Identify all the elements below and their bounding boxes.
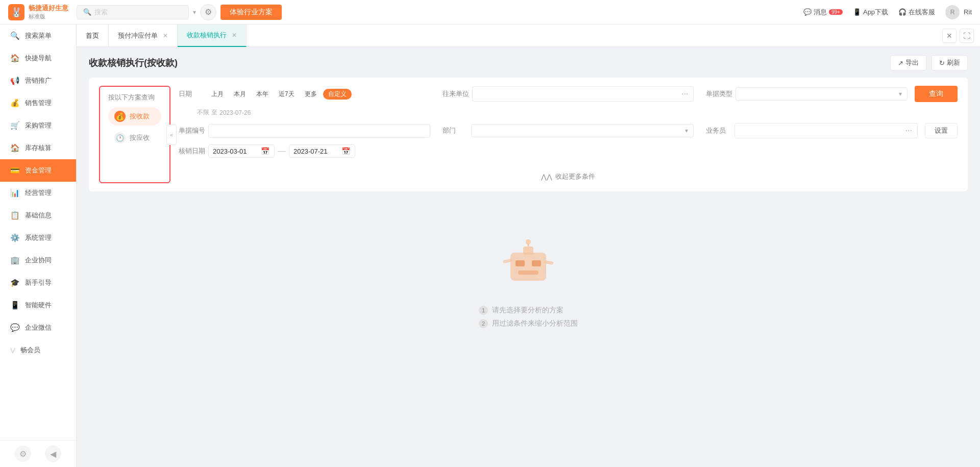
- export-btn[interactable]: ↗ 导出: [890, 55, 926, 70]
- verify-start-calendar-icon[interactable]: 📅: [261, 147, 270, 155]
- app-logo: 🐰 畅捷通好生意 标准版: [8, 4, 68, 20]
- sidebar-item-inventory[interactable]: 🏠 库存核算: [0, 137, 76, 159]
- sidebar-settings-btn[interactable]: ⚙: [15, 446, 31, 462]
- date-this-month[interactable]: 本月: [230, 89, 250, 100]
- sidebar-item-enterprise[interactable]: 🏢 企业协同: [0, 249, 76, 272]
- filter-panel-label: 按以下方案查询: [108, 93, 161, 102]
- svg-rect-0: [510, 253, 546, 281]
- dept-select[interactable]: ▾: [471, 124, 694, 137]
- sidebar-collapse-btn[interactable]: ◀: [45, 446, 61, 462]
- query-btn[interactable]: 查询: [915, 86, 958, 102]
- tab-prepay[interactable]: 预付冲应付单 ✕: [109, 24, 178, 47]
- main-layout: 🔍 搜索菜单 🏠 快捷导航 📢 营销推广 💰 销售管理 🛒 采购管理 🏠 库存核…: [0, 24, 980, 467]
- filter-row-2: 单据编号 部门 ▾: [179, 123, 958, 138]
- sidebar-label-basic-info: 基础信息: [25, 211, 52, 220]
- date-custom[interactable]: 自定义: [323, 89, 352, 100]
- search-menu-icon: 🔍: [10, 31, 20, 40]
- date-sub-row: 不限 至 2023-07-26: [197, 108, 958, 117]
- date-dash: —: [278, 146, 286, 156]
- tab-bar-actions: ✕ ⛶: [942, 29, 980, 43]
- staff-dots-icon[interactable]: ···: [905, 126, 912, 135]
- sidebar-label-wechat: 企业微信: [25, 323, 52, 332]
- sidebar-item-system[interactable]: ⚙️ 系统管理: [0, 227, 76, 249]
- verify-end-date-value[interactable]: [293, 148, 339, 155]
- counterparty-input[interactable]: ···: [472, 86, 694, 102]
- online-service-label: 在线客服: [909, 8, 935, 17]
- sidebar-item-purchase[interactable]: 🛒 采购管理: [0, 114, 76, 137]
- sidebar-item-finance[interactable]: 💳 资金管理: [0, 159, 76, 182]
- system-icon: ⚙️: [10, 233, 20, 242]
- message-label: 消息: [814, 8, 827, 17]
- tab-receive[interactable]: 收款核销执行 ✕: [178, 24, 247, 47]
- online-service-btn[interactable]: 🎧 在线客服: [898, 8, 935, 17]
- staff-input[interactable]: ···: [734, 123, 918, 138]
- sidebar-label-finance: 资金管理: [25, 166, 52, 175]
- sidebar-item-marketing[interactable]: 📢 营销推广: [0, 69, 76, 92]
- sidebar-label-quick-nav: 快捷导航: [25, 54, 52, 63]
- doctype-select[interactable]: ▾: [736, 87, 908, 101]
- date-last-7-days[interactable]: 近7天: [275, 89, 299, 100]
- sidebar-item-wechat[interactable]: 💬 企业微信: [0, 316, 76, 339]
- empty-tip-2: 2 用过滤条件来缩小分析范围: [479, 319, 578, 328]
- receipt-option-icon: 💰: [114, 111, 126, 122]
- content-area: 首页 预付冲应付单 ✕ 收款核销执行 ✕ ✕ ⛶ 收款核销执行(按收款): [77, 24, 980, 467]
- sidebar-item-vip[interactable]: V 畅会员: [0, 339, 76, 361]
- sidebar-item-quick-nav[interactable]: 🏠 快捷导航: [0, 47, 76, 69]
- verify-end-date-input[interactable]: 📅: [289, 144, 355, 158]
- export-icon: ↗: [898, 59, 903, 67]
- dept-label: 部门: [443, 126, 468, 135]
- refresh-btn[interactable]: ↻ 刷新: [932, 55, 968, 70]
- date-this-year[interactable]: 本年: [252, 89, 273, 100]
- tab-receive-close[interactable]: ✕: [232, 32, 237, 39]
- app-name: 畅捷通好生意: [29, 4, 68, 13]
- voucher-no-input[interactable]: [208, 124, 430, 138]
- verify-start-date-value[interactable]: [213, 148, 259, 155]
- date-more[interactable]: 更多: [301, 89, 321, 100]
- app-download-btn[interactable]: 📱 App下载: [853, 8, 888, 17]
- chevron-down-icon[interactable]: ▾: [193, 9, 196, 16]
- enterprise-icon: 🏢: [10, 256, 20, 265]
- filter-collapse-btn[interactable]: «: [166, 125, 177, 145]
- doctype-field: 单据类型 ▾ 查询: [706, 86, 958, 102]
- verify-end-calendar-icon[interactable]: 📅: [341, 147, 350, 155]
- top-bar-right: 💬 消息 99+ 📱 App下载 🎧 在线客服 R Rit: [803, 5, 972, 19]
- wechat-icon: 💬: [10, 323, 20, 332]
- tab-prepay-close[interactable]: ✕: [163, 32, 168, 39]
- counterparty-dots-icon[interactable]: ···: [681, 89, 688, 99]
- collapse-more-row: ⋀⋀ 收起更多条件: [179, 164, 958, 183]
- settings-gear-btn[interactable]: ⚙: [200, 4, 216, 20]
- sidebar-item-guide[interactable]: 🎓 新手引导: [0, 272, 76, 294]
- purchase-icon: 🛒: [10, 121, 20, 130]
- date-last-month[interactable]: 上月: [207, 89, 228, 100]
- collapse-more-label: 收起更多条件: [555, 172, 595, 181]
- sidebar-item-hardware[interactable]: 📱 智能硬件: [0, 294, 76, 316]
- guide-icon: 🎓: [10, 278, 20, 287]
- empty-robot-illustration: [498, 232, 559, 293]
- headset-icon: 🎧: [898, 8, 906, 16]
- industry-solution-btn[interactable]: 体验行业方案: [220, 5, 282, 20]
- setting-btn[interactable]: 设置: [925, 123, 958, 138]
- search-placeholder: 搜索: [94, 8, 108, 17]
- message-btn[interactable]: 💬 消息 99+: [803, 8, 843, 17]
- tab-home[interactable]: 首页: [77, 24, 109, 47]
- page-title: 收款核销执行(按收款): [89, 57, 178, 69]
- verify-date-row: 核销日期 📅 — 📅: [179, 144, 958, 158]
- tab-receive-label: 收款核销执行: [187, 31, 227, 40]
- tab-close-all-btn[interactable]: ✕: [942, 29, 957, 43]
- doctype-label: 单据类型: [706, 89, 732, 99]
- sidebar-item-operations[interactable]: 📊 经营管理: [0, 182, 76, 204]
- verify-start-date-input[interactable]: 📅: [208, 144, 275, 158]
- receivable-option-icon: 🕐: [114, 132, 126, 143]
- sidebar-item-search-menu[interactable]: 🔍 搜索菜单: [0, 24, 76, 47]
- tab-maximize-btn[interactable]: ⛶: [960, 29, 974, 43]
- filter-by-receivable[interactable]: 🕐 按应收: [108, 129, 161, 147]
- empty-state: 1 请先选择要分析的方案 2 用过滤条件来缩小分析范围: [89, 191, 968, 349]
- date-field: 日期 上月 本月 本年 近7天 更多 自定义: [179, 89, 430, 100]
- sidebar-item-sales[interactable]: 💰 销售管理: [0, 92, 76, 114]
- filter-by-receipt[interactable]: 💰 按收款: [108, 107, 161, 126]
- search-bar[interactable]: 🔍 搜索: [77, 5, 189, 19]
- sidebar-item-basic-info[interactable]: 📋 基础信息: [0, 204, 76, 227]
- svg-rect-2: [532, 260, 541, 266]
- sidebar-bottom: ⚙ ◀: [0, 440, 76, 467]
- collapse-more-btn[interactable]: ⋀⋀ 收起更多条件: [541, 168, 595, 183]
